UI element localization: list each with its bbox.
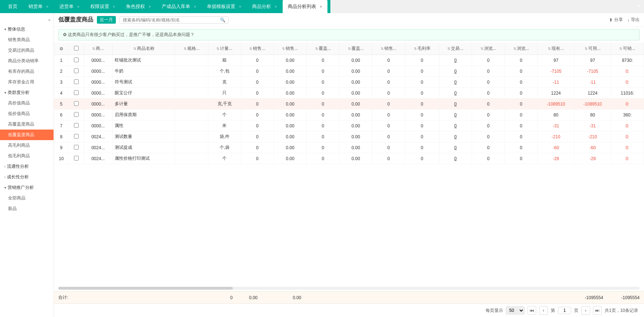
nav-tab-purchase[interactable]: 进货单 ×: [54, 0, 85, 13]
select-all-checkbox[interactable]: [74, 46, 79, 51]
row-checkbox[interactable]: [74, 101, 79, 106]
nav-tab-template-close[interactable]: ×: [239, 4, 241, 9]
scrollbar-thumb[interactable]: [58, 287, 233, 290]
row-checkbox[interactable]: [74, 90, 79, 95]
nav-tab-analysis-list-close[interactable]: ×: [320, 4, 322, 9]
sidebar-item-sales-goods[interactable]: 销售类商品: [0, 35, 54, 45]
settings-icon[interactable]: ⚙: [59, 46, 63, 51]
page-input[interactable]: [558, 307, 571, 314]
nav-tab-home[interactable]: 首页: [3, 0, 23, 13]
nav-tab-product[interactable]: 产成品入库单 ×: [157, 0, 201, 13]
trade-link[interactable]: 0: [454, 102, 457, 107]
page-end-label: 页: [574, 308, 578, 314]
nav-tab-purchase-close[interactable]: ×: [77, 4, 79, 9]
table-row: 80024...测试数量袋,件00.0000.0000000-210-2100:: [54, 131, 644, 142]
last-page-button[interactable]: ⏭: [593, 306, 602, 315]
table-row: 40000...眼宝公仔只00.0000.0000000122412241101…: [54, 88, 644, 99]
col-trade[interactable]: ⇅ 交易...: [439, 43, 472, 55]
sidebar-item-capital[interactable]: 库存资金占用: [0, 77, 54, 87]
search-box: 🔍: [119, 16, 229, 24]
col-unit[interactable]: ⇅ 计量...: [208, 43, 241, 55]
nav-tab-product-close[interactable]: ×: [194, 4, 196, 9]
period-tag[interactable]: 近一月: [97, 16, 116, 24]
sidebar-section-growth[interactable]: › 成长性分析: [0, 172, 54, 182]
trade-link[interactable]: 0: [454, 145, 457, 150]
sidebar-item-high-value[interactable]: 高价值商品: [0, 98, 54, 108]
per-page-select[interactable]: 50 20 100 200: [506, 306, 525, 314]
sidebar-item-all-goods[interactable]: 全部商品: [0, 193, 54, 203]
col-sales2[interactable]: ⇅ 销售...: [274, 43, 306, 55]
col-browse1[interactable]: ⇅ 浏览...: [472, 43, 504, 55]
first-page-button[interactable]: ⏮: [527, 306, 536, 315]
sidebar-section-category[interactable]: ▾ 类群度分析: [0, 87, 54, 98]
export-button[interactable]: ↓ 导出: [627, 17, 640, 23]
total-current: -1095554: [574, 295, 603, 300]
row-checkbox[interactable]: [74, 145, 79, 150]
row-checkbox[interactable]: [74, 79, 79, 84]
sidebar-item-new-goods[interactable]: 新品: [0, 203, 54, 214]
nav-tab-role-close[interactable]: ×: [149, 4, 151, 9]
sidebar-item-in-stock[interactable]: 有库存的商品: [0, 66, 54, 77]
nav-tab-analysis-list[interactable]: 商品分析列表 ×: [283, 0, 327, 13]
trade-link[interactable]: 0: [454, 69, 457, 74]
sidebar: « ▾ 整体信息 销售类商品 交易过的商品 商品分类动销率 有库存的商品 库存资…: [0, 13, 54, 317]
nav-tab-template[interactable]: 单据模板设置 ×: [202, 0, 246, 13]
horizontal-scrollbar[interactable]: [58, 287, 640, 290]
top-navigation: 首页 销货单 × 进货单 × 权限设置 × 角色授权 × 产成品入库单 × 单据…: [0, 0, 330, 13]
sidebar-item-high-profit[interactable]: 高毛利商品: [0, 140, 54, 151]
sidebar-item-low-value[interactable]: 低价值商品: [0, 108, 54, 119]
share-button[interactable]: ⬆ 分享: [609, 17, 623, 23]
trade-link[interactable]: 0: [454, 123, 457, 128]
col-browse2[interactable]: ⇅ 浏览...: [505, 43, 538, 55]
nav-tab-permission[interactable]: 权限设置 ×: [85, 0, 120, 13]
table-row: 20000...牛奶个,包00.0000.0000000-7105-71050:: [54, 66, 644, 77]
col-sales1[interactable]: ⇅ 销售...: [241, 43, 274, 55]
col-cover1[interactable]: ⇅ 覆盖...: [307, 43, 339, 55]
row-checkbox[interactable]: [74, 123, 79, 128]
next-page-button[interactable]: ›: [581, 306, 590, 315]
page-label: 第: [551, 308, 555, 314]
col-margin[interactable]: ⇅ 毛利率: [405, 43, 439, 55]
col-sales3[interactable]: ⇅ 销售...: [372, 43, 405, 55]
nav-tab-permission-close[interactable]: ×: [113, 4, 115, 9]
col-spec[interactable]: ⇅ 规格...: [175, 43, 208, 55]
sidebar-item-low-coverage[interactable]: 低覆盖度商品: [0, 130, 54, 140]
nav-tab-analysis[interactable]: 商品分析 ×: [247, 0, 282, 13]
nav-tab-sales-close[interactable]: ×: [46, 4, 48, 9]
nav-tab-role[interactable]: 角色授权 ×: [121, 0, 156, 13]
col-name[interactable]: ⇅ 商品名称: [113, 43, 175, 55]
row-checkbox[interactable]: [74, 156, 79, 161]
trade-link[interactable]: 0: [454, 156, 457, 161]
search-input[interactable]: [123, 17, 219, 23]
sidebar-section-marketing[interactable]: ▾ 营销推广分析: [0, 182, 54, 193]
sidebar-item-category-rate[interactable]: 商品分类动销率: [0, 56, 54, 66]
sidebar-item-low-profit[interactable]: 低毛利商品: [0, 151, 54, 161]
row-checkbox[interactable]: [74, 112, 79, 117]
col-checkbox[interactable]: [69, 43, 84, 55]
sidebar-item-traded-goods[interactable]: 交易过的商品: [0, 45, 54, 56]
row-checkbox[interactable]: [74, 68, 79, 73]
trade-link[interactable]: 0: [454, 91, 457, 96]
sidebar-collapse-btn[interactable]: «: [0, 16, 54, 24]
trade-link[interactable]: 0: [454, 112, 457, 118]
nav-tab-sales[interactable]: 销货单 ×: [23, 0, 54, 13]
col-available[interactable]: ⇅ 可用...: [574, 43, 611, 55]
prev-page-button[interactable]: ‹: [539, 306, 548, 315]
col-current[interactable]: ⇅ 现有...: [538, 43, 574, 55]
sidebar-item-high-coverage[interactable]: 高覆盖度商品: [0, 119, 54, 130]
trade-link[interactable]: 0: [454, 80, 457, 85]
col-settings[interactable]: ⚙: [54, 43, 69, 55]
sidebar-section-overall[interactable]: ▾ 整体信息: [0, 24, 54, 35]
collapse-icon: «: [48, 17, 51, 23]
col-sellable[interactable]: ⇅ 可销...: [611, 43, 644, 55]
window-close-icon[interactable]: ×: [637, 3, 640, 9]
col-code[interactable]: ⇅ 商...: [84, 43, 113, 55]
trade-link[interactable]: 0: [454, 58, 457, 63]
trade-link[interactable]: 0: [454, 134, 457, 139]
sidebar-section-circulation[interactable]: › 流通性分析: [0, 161, 54, 172]
per-page-label: 每页显示: [486, 308, 503, 314]
nav-tab-analysis-close[interactable]: ×: [275, 4, 277, 9]
row-checkbox[interactable]: [74, 58, 79, 62]
col-cover2[interactable]: ⇅ 覆盖...: [339, 43, 372, 55]
row-checkbox[interactable]: [74, 134, 79, 139]
